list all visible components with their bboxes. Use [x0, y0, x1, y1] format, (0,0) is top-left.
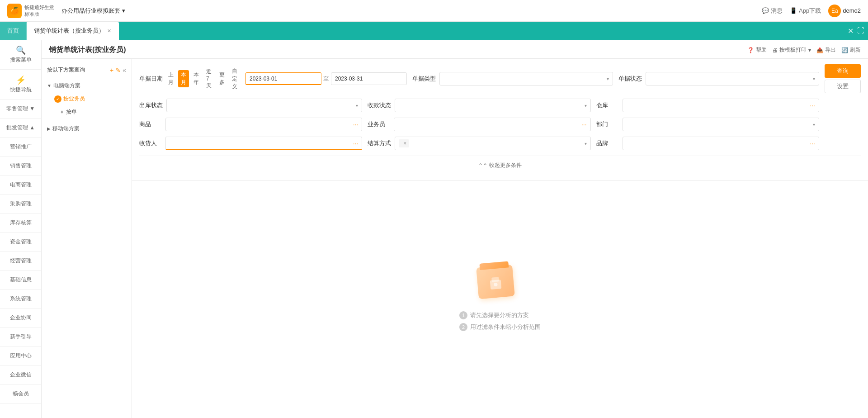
date-from-input[interactable] [245, 72, 321, 85]
dept-control[interactable]: ▾ [623, 118, 819, 131]
date-tab-last-month[interactable]: 上月 [165, 70, 176, 87]
salesperson-dots[interactable]: ··· [581, 121, 587, 128]
scheme-group-desktop: ▼ 电脑端方案 ✓ 按业务员 ✦ 按单 [42, 77, 132, 120]
brand-dots[interactable]: ··· [810, 140, 815, 147]
date-tab-this-year[interactable]: 本年 [191, 70, 202, 87]
tab-home[interactable]: 首页 [0, 22, 27, 40]
filter-goods: 商品 ··· [139, 118, 362, 131]
sidebar-item-system[interactable]: 系统管理 [0, 290, 41, 309]
empty-state: 1 请先选择要分析的方案 2 用过滤条件来缩小分析范围 [132, 180, 868, 418]
sidebar-item-retail[interactable]: 零售管理 ▼ [0, 100, 41, 119]
doc-status-label: 单据状态 [618, 75, 642, 83]
goods-label: 商品 [139, 120, 162, 128]
sidebar-item-basic[interactable]: 基础信息 [0, 271, 41, 290]
date-tab-this-month[interactable]: 本月 [178, 70, 189, 87]
retail-arrow: ▼ [29, 105, 35, 112]
user-area[interactable]: Ea demo2 [828, 5, 861, 17]
scheme-group-mobile-header[interactable]: ▶ 移动端方案 [42, 122, 132, 135]
purchase-label: 采购管理 [10, 200, 32, 207]
date-tab-custom[interactable]: 自定义 [229, 66, 242, 91]
logo-text: 畅捷通好生意 标准版 [24, 4, 54, 17]
scheme-item-by-salesperson[interactable]: ✓ 按业务员 [42, 92, 132, 105]
scheme-edit-icon[interactable]: ✎ [115, 66, 121, 74]
sidebar-item-finance[interactable]: 资金管理 [0, 233, 41, 252]
sidebar-item-inventory[interactable]: 库存核算 [0, 214, 41, 233]
message-btn[interactable]: 💬 消息 [762, 7, 783, 15]
date-tab-more[interactable]: 更多 [217, 70, 227, 87]
collapse-label: 收起更多条件 [489, 162, 522, 169]
app-title: 办公用品行业模拟账套 [61, 7, 120, 15]
tab-close-icon[interactable]: ✕ [107, 28, 111, 34]
empty-num-1: 1 [459, 311, 467, 319]
sidebar-item-business[interactable]: 经营管理 [0, 252, 41, 271]
newbie-label: 新手引导 [10, 333, 32, 340]
sidebar-item-ecommerce[interactable]: 电商管理 [0, 176, 41, 195]
svg-rect-1 [491, 277, 499, 282]
search-icon: 🔍 [4, 45, 38, 55]
goods-dots[interactable]: ··· [353, 121, 359, 128]
filter-salesperson: 业务员 ··· [368, 118, 590, 131]
sidebar-quick-nav[interactable]: ⚡ 快捷导航 [0, 70, 41, 100]
sidebar-item-purchase[interactable]: 采购管理 [0, 195, 41, 214]
tab-expand-btn[interactable]: ⛶ [857, 27, 864, 35]
salesperson-control[interactable]: ··· [394, 118, 590, 131]
scheme-add-icon[interactable]: + [110, 66, 113, 74]
export-btn[interactable]: 📤 导出 [816, 46, 836, 54]
empty-icon-area [477, 266, 523, 302]
print-chevron: ▾ [808, 47, 811, 53]
settlement-clear-btn[interactable]: × [403, 140, 406, 147]
scheme-sub-item-by-order[interactable]: ✦ 按单 [42, 105, 132, 119]
scheme-item-dot: ✓ [54, 95, 61, 103]
scheme-group-desktop-label: 电脑端方案 [53, 82, 80, 90]
scheme-group-arrow-desktop: ▼ [47, 83, 52, 88]
doc-status-control[interactable]: ▾ [646, 72, 819, 86]
sidebar-item-sales[interactable]: 销售管理 [0, 157, 41, 176]
print-btn[interactable]: 🖨 按模板打印 ▾ [772, 46, 811, 54]
sidebar-item-member[interactable]: 畅会员 [0, 385, 41, 404]
stock-status-label: 出库状态 [139, 101, 163, 109]
empty-box-svg [486, 272, 505, 291]
doc-type-control[interactable]: ▾ [439, 72, 613, 86]
receiver-control[interactable]: ··· [165, 137, 362, 150]
collapse-btn[interactable]: ⌃⌃ 收起更多条件 [473, 160, 527, 171]
scheme-panel-header: 按以下方案查询 + ✎ « [42, 62, 132, 77]
tab-sales-stat[interactable]: 销货单统计表（按业务员） ✕ [27, 22, 119, 40]
refresh-btn[interactable]: 🔄 刷新 [841, 46, 861, 54]
goods-control[interactable]: ··· [165, 118, 362, 131]
tab-home-label: 首页 [7, 27, 19, 35]
date-tab-7days[interactable]: 近7天 [203, 67, 215, 90]
help-btn[interactable]: ❓ 帮助 [747, 46, 767, 54]
business-label: 经营管理 [10, 257, 32, 264]
date-range: 至 [245, 72, 407, 85]
sidebar-search-menu[interactable]: 🔍 搜索菜单 [0, 40, 41, 70]
stock-status-control[interactable]: ▾ [166, 99, 362, 112]
filter-doc-type: 单据类型 ▾ [412, 72, 613, 86]
sidebar-item-corp[interactable]: 企业协同 [0, 309, 41, 328]
brand-control[interactable]: ··· [623, 137, 819, 150]
content-area: 销货单统计表(按业务员) ❓ 帮助 🖨 按模板打印 ▾ 📤 导出 🔄 刷新 [42, 40, 868, 418]
dept-label: 部门 [596, 120, 619, 128]
scheme-actions: + ✎ « [110, 66, 126, 74]
dept-chevron: ▾ [813, 122, 815, 127]
filter-row-4: 收货人 ··· 结算方式 × [139, 137, 861, 150]
settlement-control[interactable]: × ▾ [395, 137, 590, 150]
sidebar-item-marketing[interactable]: 营销推广 [0, 138, 41, 157]
brand-label: 品牌 [596, 139, 619, 147]
pay-status-control[interactable]: ▾ [395, 99, 590, 112]
app-dropdown[interactable]: 办公用品行业模拟账套 ▾ [58, 5, 129, 17]
tab-close-window-btn[interactable]: ✕ [848, 27, 854, 35]
sidebar-item-apps[interactable]: 应用中心 [0, 347, 41, 366]
warehouse-control[interactable]: ··· [623, 99, 819, 112]
warehouse-dots[interactable]: ··· [810, 102, 815, 109]
empty-step-2: 用过滤条件来缩小分析范围 [470, 321, 541, 333]
receiver-dots[interactable]: ··· [353, 140, 359, 147]
sidebar-item-newbie[interactable]: 新手引导 [0, 328, 41, 347]
query-button[interactable]: 查询 [825, 64, 861, 78]
sidebar-item-wholesale[interactable]: 批发管理 ▲ [0, 119, 41, 138]
date-to-input[interactable] [331, 72, 407, 85]
sidebar-item-wechat[interactable]: 企业微信 [0, 366, 41, 385]
setting-button[interactable]: 设置 [825, 80, 861, 93]
scheme-group-desktop-header[interactable]: ▼ 电脑端方案 [42, 79, 132, 92]
scheme-collapse-icon[interactable]: « [123, 66, 126, 74]
app-download-btn[interactable]: 📱 App下载 [790, 7, 821, 15]
